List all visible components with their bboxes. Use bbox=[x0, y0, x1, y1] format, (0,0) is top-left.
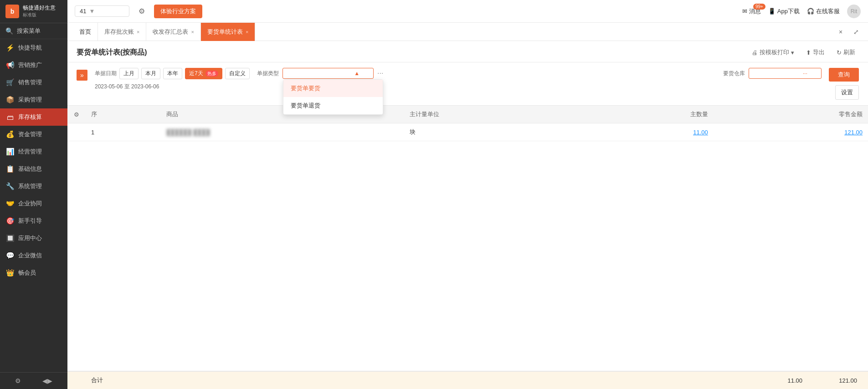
sidebar-item-label: 快捷导航 bbox=[18, 44, 42, 52]
logo-name: 畅捷通好生意 bbox=[23, 5, 56, 12]
sidebar-item-finance[interactable]: 💰 资金管理 bbox=[0, 126, 67, 143]
date-filter-row: 单据日期 上月 本月 本年 近7天 热多 自定义 bbox=[95, 68, 250, 79]
type-dropdown: 要货单要货 要货单退货 bbox=[283, 79, 383, 115]
tab-expand-btn[interactable]: ⤢ bbox=[850, 26, 863, 38]
hot-badge: 热多 bbox=[205, 71, 218, 77]
sidebar-item-appstore[interactable]: 🔲 应用中心 bbox=[0, 230, 67, 247]
system-icon: 🔧 bbox=[5, 182, 15, 190]
row-product-value: ██████ ████ bbox=[166, 129, 210, 136]
warehouse-label: 要货仓库 bbox=[723, 70, 745, 77]
sidebar-logo: b 畅捷通好生意 标准版 bbox=[0, 0, 67, 23]
cur-year-btn[interactable]: 本年 bbox=[163, 68, 182, 79]
message-badge: 99+ bbox=[753, 4, 765, 10]
prev-month-btn[interactable]: 上月 bbox=[119, 68, 139, 79]
basic-icon: 📋 bbox=[5, 165, 15, 173]
user-name: Rit bbox=[851, 8, 858, 15]
enterprise-icon: 🤝 bbox=[5, 200, 15, 208]
message-btn[interactable]: ✉ 消息 99+ bbox=[742, 7, 761, 15]
warehouse-select[interactable]: ··· bbox=[749, 68, 822, 79]
sidebar-item-marketing[interactable]: 📢 营销推广 bbox=[0, 56, 67, 74]
filter-more-icon[interactable]: ··· bbox=[377, 69, 383, 77]
collapse-btn[interactable]: ◀▶ bbox=[42, 377, 52, 384]
topbar: 41 ▼ ⚙ 体验行业方案 ✉ 消息 99+ 📱 App下载 🎧 在线客服 bbox=[67, 0, 868, 23]
type-label: 单据类型 bbox=[257, 70, 279, 77]
date-range-display: 2023-05-06 至 2023-06-06 bbox=[95, 83, 250, 91]
tab-receive-summary-close[interactable]: × bbox=[191, 29, 194, 35]
recent-7-btn[interactable]: 近7天 热多 bbox=[185, 68, 222, 79]
inventory-icon: 🗃 bbox=[5, 113, 15, 121]
page-content: 要货单统计表(按商品) 🖨 按模板打印 ▾ ⬆ 导出 ↻ 刷新 bbox=[67, 41, 868, 389]
topbar-settings-btn[interactable]: ⚙ bbox=[135, 5, 149, 18]
sidebar-item-sales[interactable]: 🛒 销售管理 bbox=[0, 74, 67, 91]
dropdown-item-request-order[interactable]: 要货单要货 bbox=[283, 80, 383, 97]
row-unit: 块 bbox=[404, 123, 585, 141]
sidebar-item-quick-nav[interactable]: ⚡ 快捷导航 bbox=[0, 39, 67, 56]
tab-request-stat-close[interactable]: × bbox=[246, 29, 248, 35]
print-arrow-icon: ▾ bbox=[791, 49, 794, 56]
sidebar-item-label: 系统管理 bbox=[18, 182, 42, 190]
row-seq: 1 bbox=[86, 123, 161, 141]
table-settings-col[interactable]: ⚙ bbox=[67, 106, 86, 123]
refresh-icon: ↻ bbox=[837, 49, 842, 56]
sidebar-item-enterprise[interactable]: 🤝 企业协同 bbox=[0, 195, 67, 212]
sidebar-search[interactable]: 🔍 搜索菜单 bbox=[0, 23, 67, 39]
operation-icon: 📊 bbox=[5, 148, 15, 156]
dropdown-item-request-return[interactable]: 要货单退货 bbox=[283, 97, 383, 114]
store-selector[interactable]: 41 ▼ bbox=[75, 5, 129, 17]
query-btn[interactable]: 查询 bbox=[829, 68, 859, 82]
purchase-icon: 📦 bbox=[5, 96, 15, 104]
tab-receive-summary[interactable]: 收发存汇总表 × bbox=[146, 23, 200, 41]
sidebar-item-wechat[interactable]: 💬 企业微信 bbox=[0, 247, 67, 264]
tab-close-all-btn[interactable]: × bbox=[834, 26, 847, 38]
sidebar-item-label: 新手引导 bbox=[18, 217, 42, 225]
sales-icon: 🛒 bbox=[5, 78, 15, 87]
date-label: 单据日期 bbox=[95, 70, 117, 77]
trial-btn[interactable]: 体验行业方案 bbox=[154, 5, 202, 18]
sidebar-item-member[interactable]: 👑 畅会员 bbox=[0, 264, 67, 282]
refresh-btn[interactable]: ↻ 刷新 bbox=[833, 46, 859, 58]
settings-filter-btn[interactable]: 设置 bbox=[835, 85, 859, 100]
filter-expand-btn[interactable]: » bbox=[77, 70, 87, 81]
table-area: ⚙ 序 商品 主计量单位 主数量 bbox=[67, 106, 868, 371]
warehouse-filter-row: 要货仓库 ··· bbox=[723, 68, 822, 79]
tab-request-stat-label: 要货单统计表 bbox=[207, 28, 243, 36]
row-qty[interactable]: 11.00 bbox=[586, 123, 714, 141]
export-icon: ⬆ bbox=[806, 49, 811, 56]
row-empty-settings bbox=[67, 123, 86, 141]
custom-date-btn[interactable]: 自定义 bbox=[225, 68, 250, 79]
user-avatar[interactable]: Rit bbox=[847, 5, 861, 18]
sidebar-item-basic[interactable]: 📋 基础信息 bbox=[0, 160, 67, 178]
tab-batch-account-label: 库存批次账 bbox=[104, 28, 134, 36]
sidebar-item-purchase[interactable]: 📦 采购管理 bbox=[0, 91, 67, 108]
table-col-seq: 序 bbox=[86, 106, 161, 123]
sidebar-item-label: 销售管理 bbox=[18, 78, 42, 87]
main-area: 41 ▼ ⚙ 体验行业方案 ✉ 消息 99+ 📱 App下载 🎧 在线客服 bbox=[67, 0, 868, 389]
headphone-icon: 🎧 bbox=[807, 8, 814, 15]
row-amount[interactable]: 121.00 bbox=[714, 123, 868, 141]
tabbar-actions: × ⤢ bbox=[834, 26, 863, 38]
quick-nav-icon: ⚡ bbox=[5, 44, 15, 52]
sidebar-item-system[interactable]: 🔧 系统管理 bbox=[0, 178, 67, 195]
export-btn[interactable]: ⬆ 导出 bbox=[802, 46, 828, 58]
logo-sub: 标准版 bbox=[23, 12, 56, 18]
table-footer: 合计 11.00 121.00 bbox=[67, 371, 868, 389]
tab-batch-account-close[interactable]: × bbox=[137, 29, 139, 35]
tab-receive-summary-label: 收发存汇总表 bbox=[153, 28, 188, 36]
settings-bottom-btn[interactable]: ⚙ bbox=[15, 377, 21, 384]
sidebar-item-guide[interactable]: 🎯 新手引导 bbox=[0, 212, 67, 230]
tab-request-stat[interactable]: 要货单统计表 × bbox=[201, 23, 255, 41]
sidebar-item-inventory[interactable]: 🗃 库存核算 bbox=[0, 108, 67, 126]
online-service-btn[interactable]: 🎧 在线客服 bbox=[807, 7, 840, 15]
page-actions: 🖨 按模板打印 ▾ ⬆ 导出 ↻ 刷新 bbox=[748, 46, 859, 58]
search-icon: 🔍 bbox=[5, 27, 13, 35]
sidebar-item-operation[interactable]: 📊 经营管理 bbox=[0, 143, 67, 160]
type-select[interactable]: ▲ 要货单要货 要货单退货 bbox=[282, 68, 374, 79]
message-icon: ✉ bbox=[742, 8, 747, 15]
sidebar-item-label: 企业协同 bbox=[18, 200, 42, 208]
app-download-btn[interactable]: 📱 App下载 bbox=[768, 7, 800, 15]
app-download-icon: 📱 bbox=[768, 8, 776, 15]
tab-batch-account[interactable]: 库存批次账 × bbox=[98, 23, 146, 41]
print-btn[interactable]: 🖨 按模板打印 ▾ bbox=[748, 46, 798, 58]
tab-home[interactable]: 首页 bbox=[73, 23, 98, 41]
cur-month-btn[interactable]: 本月 bbox=[141, 68, 160, 79]
